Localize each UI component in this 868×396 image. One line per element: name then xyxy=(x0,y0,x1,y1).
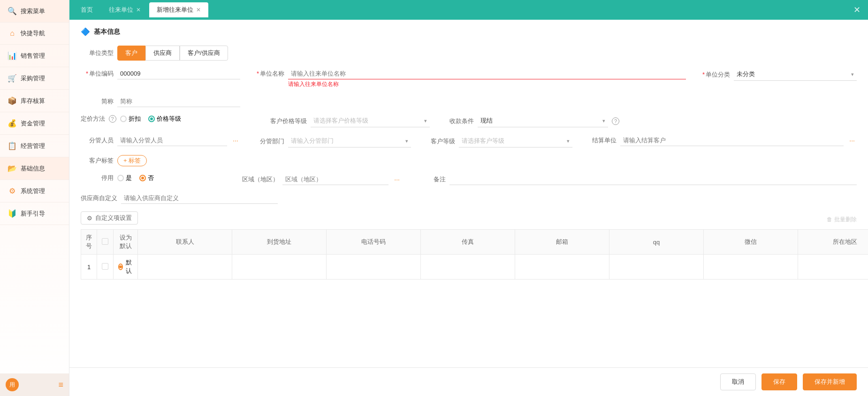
unit-type-both-btn[interactable]: 客户/供应商 xyxy=(180,46,228,61)
short-name-row: 简称 xyxy=(81,96,857,107)
tab-new-trading-unit[interactable]: 新增往来单位 ✕ xyxy=(149,2,208,17)
col-qq: qq xyxy=(609,230,704,255)
disabled-row: 停用 是 否 区域（地区） ··· xyxy=(81,174,857,185)
customer-price-field: 客户价格等级 请选择客户价格等级 ▾ xyxy=(270,115,430,127)
sidebar-item-label: 销售管理 xyxy=(21,52,45,60)
sidebar-item-finance[interactable]: 💰 资金管理 xyxy=(0,112,69,135)
sidebar-item-label: 采购管理 xyxy=(21,74,45,83)
short-name-input[interactable] xyxy=(117,96,240,107)
sidebar-item-guide[interactable]: 🔰 新手引导 xyxy=(0,202,69,225)
col-check xyxy=(97,230,114,255)
settlement-unit-input[interactable] xyxy=(620,135,844,146)
manager-input[interactable] xyxy=(117,135,227,146)
unit-type-supplier-btn[interactable]: 供应商 xyxy=(145,46,180,61)
sidebar: 🔍 搜索菜单 ⌂ 快捷导航 📊 销售管理 🛒 采购管理 📦 库存核算 💰 资金管… xyxy=(0,0,69,396)
unit-category-label: *单位分类 xyxy=(697,70,730,79)
money-icon: 💰 xyxy=(8,119,17,128)
sidebar-footer-icon: ≡ xyxy=(58,380,63,390)
customer-tag-field: 客户标签 + 标签 xyxy=(81,155,857,166)
pricing-method-field: 定价方法 ? 折扣 价格等级 xyxy=(81,115,259,123)
custom-settings-button[interactable]: ⚙ 自定义项设置 xyxy=(81,211,138,225)
close-new-trading-unit-tab[interactable]: ✕ xyxy=(196,7,201,13)
pricing-help-icon[interactable]: ? xyxy=(109,115,116,123)
section-icon: 🔷 xyxy=(81,27,90,36)
cell-wechat[interactable] xyxy=(704,255,798,280)
remarks-input[interactable] xyxy=(449,174,857,185)
customer-level-select[interactable]: 请选择客户等级 ▾ xyxy=(459,135,572,148)
sidebar-item-label: 库存核算 xyxy=(21,97,45,105)
cancel-button[interactable]: 取消 xyxy=(720,373,756,390)
sidebar-item-basicinfo[interactable]: 📂 基础信息 xyxy=(0,157,69,180)
customer-price-label: 客户价格等级 xyxy=(270,117,307,125)
customer-level-label: 客户等级 xyxy=(422,137,455,146)
supplier-custom-input[interactable] xyxy=(121,193,278,204)
disabled-field: 停用 是 否 xyxy=(81,174,231,182)
payment-terms-select[interactable]: 现结 ▾ xyxy=(478,115,608,127)
main-area: 首页 往来单位 ✕ 新增往来单位 ✕ ✕ 🔷 基本信息 单位类型 客户 供应商 … xyxy=(69,0,868,396)
user-avatar: 用 xyxy=(6,378,19,391)
add-tag-button[interactable]: + 标签 xyxy=(117,155,147,166)
sidebar-item-quicknav[interactable]: ⌂ 快捷导航 xyxy=(0,23,69,45)
save-button[interactable]: 保存 xyxy=(761,373,797,390)
dept-select[interactable]: 请输入分管部门 ▾ xyxy=(288,135,411,148)
unit-type-customer-btn[interactable]: 客户 xyxy=(117,46,145,61)
content-area: 🔷 基本信息 单位类型 客户 供应商 客户/供应商 *单位编码 xyxy=(69,20,868,367)
region-label: 区域（地区） xyxy=(242,175,279,184)
qq-input[interactable] xyxy=(614,262,699,272)
batch-delete-icon: 🗑 xyxy=(827,216,832,223)
select-all-checkbox[interactable] xyxy=(102,238,108,245)
sidebar-item-system[interactable]: ⚙ 系统管理 xyxy=(0,180,69,202)
tab-home[interactable]: 首页 xyxy=(73,2,100,17)
unit-name-input[interactable] xyxy=(288,68,686,79)
pricing-discount-radio[interactable]: 折扣 xyxy=(120,115,141,123)
sidebar-item-purchase[interactable]: 🛒 采购管理 xyxy=(0,67,69,90)
customer-price-select[interactable]: 请选择客户价格等级 ▾ xyxy=(311,115,430,127)
manager-row: 分管人员 ··· 分管部门 请输入分管部门 ▾ 客户等级 请选择客户等级 ▾ xyxy=(81,135,857,148)
sidebar-item-sales[interactable]: 📊 销售管理 xyxy=(0,45,69,67)
region-input[interactable] xyxy=(282,174,388,185)
contact-input[interactable] xyxy=(143,262,227,272)
region-dots-btn[interactable]: ··· xyxy=(392,176,402,183)
row-checkbox[interactable] xyxy=(102,263,108,270)
window-close-button[interactable]: ✕ xyxy=(850,5,864,15)
unit-type-field: 单位类型 客户 供应商 客户/供应商 xyxy=(81,46,857,61)
cell-email[interactable] xyxy=(515,255,609,280)
payment-help-icon[interactable]: ? xyxy=(612,117,619,125)
sidebar-item-operations[interactable]: 📋 经营管理 xyxy=(0,135,69,157)
fax-input[interactable] xyxy=(426,262,510,272)
tab-trading-unit[interactable]: 往来单位 ✕ xyxy=(101,2,148,17)
cell-qq[interactable] xyxy=(609,255,704,280)
disabled-no-radio[interactable]: 否 xyxy=(139,174,154,182)
cell-phone[interactable] xyxy=(327,255,421,280)
section-title-text: 基本信息 xyxy=(94,28,120,36)
short-name-field: 简称 xyxy=(81,96,240,107)
cell-region[interactable] xyxy=(798,255,868,280)
pricing-level-radio[interactable]: 价格等级 xyxy=(148,115,181,123)
sidebar-item-label: 基础信息 xyxy=(21,164,45,173)
discount-radio-circle xyxy=(120,116,127,122)
sidebar-item-search[interactable]: 🔍 搜索菜单 xyxy=(0,0,69,23)
default-radio[interactable]: 默认 xyxy=(118,258,133,275)
cell-contact[interactable] xyxy=(138,255,232,280)
batch-delete-label[interactable]: 批量删除 xyxy=(834,216,857,224)
disabled-yes-radio[interactable]: 是 xyxy=(117,174,132,182)
save-and-new-button[interactable]: 保存并新增 xyxy=(803,373,857,390)
wechat-input[interactable] xyxy=(708,262,793,272)
region-table-input[interactable] xyxy=(803,262,868,272)
cell-address[interactable] xyxy=(232,255,327,280)
unit-code-input[interactable] xyxy=(117,68,240,79)
no-radio-circle xyxy=(139,175,146,181)
phone-input[interactable] xyxy=(331,262,416,272)
remarks-field: 备注 xyxy=(413,174,857,185)
unit-category-select[interactable]: 未分类 ▾ xyxy=(734,68,857,81)
cell-fax[interactable] xyxy=(421,255,515,280)
close-trading-unit-tab[interactable]: ✕ xyxy=(136,7,141,13)
email-input[interactable] xyxy=(520,262,604,272)
manager-dots-btn[interactable]: ··· xyxy=(231,137,240,144)
customer-tag-label: 客户标签 xyxy=(81,156,114,165)
region-field: 区域（地区） ··· xyxy=(242,174,402,185)
settlement-unit-dots-btn[interactable]: ··· xyxy=(847,137,857,144)
dept-field: 分管部门 请输入分管部门 ▾ xyxy=(251,135,411,148)
address-input[interactable] xyxy=(237,262,321,272)
sidebar-item-stock[interactable]: 📦 库存核算 xyxy=(0,90,69,112)
